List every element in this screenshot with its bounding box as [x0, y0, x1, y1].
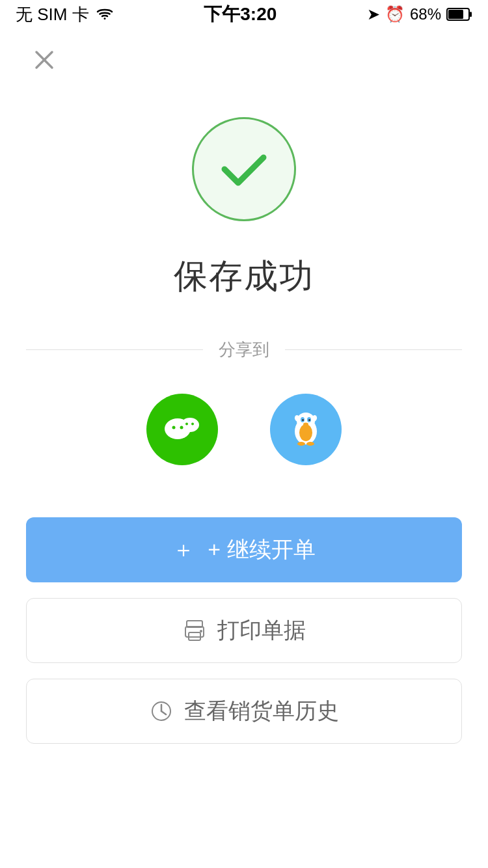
- svg-point-10: [191, 423, 194, 426]
- location-icon: ➤: [367, 5, 380, 23]
- wechat-icon: [161, 408, 204, 451]
- history-label: 查看销货单历史: [184, 696, 339, 726]
- svg-rect-1: [448, 10, 463, 19]
- svg-point-16: [308, 419, 310, 421]
- svg-point-26: [200, 630, 202, 632]
- status-bar-time: 下午3:20: [204, 2, 277, 27]
- continue-plus-icon: ＋: [172, 535, 195, 565]
- alarm-icon: ⏰: [385, 5, 405, 23]
- print-button[interactable]: 打印单据: [26, 598, 462, 663]
- status-bar-right: ➤ ⏰ 68%: [367, 5, 472, 23]
- svg-point-9: [185, 423, 188, 426]
- share-icons-row: [146, 394, 342, 465]
- svg-rect-2: [470, 12, 472, 17]
- print-label: 打印单据: [217, 616, 306, 645]
- wechat-share-button[interactable]: [146, 394, 218, 465]
- svg-point-21: [297, 442, 305, 446]
- continue-label: + 继续开单: [208, 535, 315, 565]
- svg-point-6: [181, 418, 199, 432]
- svg-line-29: [161, 711, 166, 714]
- qq-share-button[interactable]: [270, 394, 342, 465]
- battery-icon: [446, 7, 472, 21]
- svg-point-15: [302, 419, 304, 421]
- status-bar: 无 SIM 卡 下午3:20 ➤ ⏰ 68%: [0, 0, 488, 29]
- continue-button[interactable]: ＋ + 继续开单: [26, 517, 462, 582]
- success-title: 保存成功: [174, 254, 314, 299]
- share-label: 分享到: [219, 338, 269, 361]
- no-sim-text: 无 SIM 卡: [16, 3, 89, 26]
- history-button[interactable]: 查看销货单历史: [26, 679, 462, 744]
- action-buttons: ＋ + 继续开单 打印单据 查看销货单历史: [26, 517, 462, 744]
- share-line-left: [26, 349, 203, 350]
- printer-icon: [182, 618, 207, 643]
- share-line-right: [285, 349, 462, 350]
- success-icon-container: [192, 117, 296, 221]
- close-icon: [33, 48, 56, 72]
- share-divider-row: 分享到: [26, 338, 462, 361]
- svg-point-18: [299, 424, 312, 441]
- status-bar-left: 无 SIM 卡: [16, 3, 114, 26]
- main-content: 保存成功 分享到: [0, 29, 488, 868]
- svg-point-7: [172, 426, 176, 429]
- close-btn-row: [26, 29, 462, 78]
- clock-icon: [149, 699, 174, 724]
- svg-point-8: [180, 426, 183, 429]
- svg-point-22: [306, 442, 314, 446]
- qq-icon: [284, 408, 327, 451]
- checkmark-icon: [215, 140, 273, 198]
- close-button[interactable]: [26, 42, 62, 78]
- battery-percent: 68%: [410, 5, 441, 23]
- wifi-icon: [96, 8, 114, 21]
